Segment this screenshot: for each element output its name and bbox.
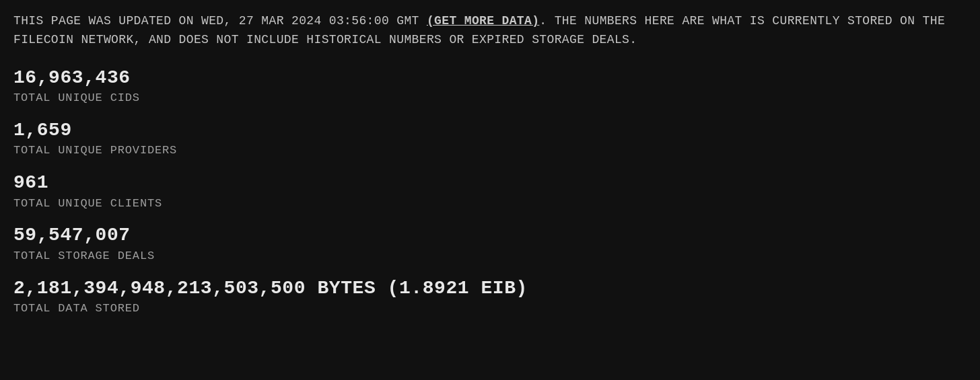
stat-label-3: TOTAL STORAGE DEALS [13,248,967,264]
get-more-data-link[interactable]: (GET MORE DATA) [427,14,539,28]
stat-value-4: 2,181,394,948,213,503,500 BYTES (1.8921 … [13,276,967,301]
stats-container: 16,963,436TOTAL UNIQUE CIDS1,659TOTAL UN… [13,66,967,329]
stat-block-4: 2,181,394,948,213,503,500 BYTES (1.8921 … [13,276,967,317]
stat-value-1: 1,659 [13,118,967,143]
stat-value-3: 59,547,007 [13,223,967,248]
stat-label-1: TOTAL UNIQUE PROVIDERS [13,143,967,159]
stat-label-4: TOTAL DATA STORED [13,301,967,317]
stat-value-0: 16,963,436 [13,66,967,90]
stat-block-2: 961TOTAL UNIQUE CLIENTS [13,171,967,211]
stat-label-0: TOTAL UNIQUE CIDS [13,90,967,106]
stat-block-3: 59,547,007TOTAL STORAGE DEALS [13,223,967,264]
stat-block-0: 16,963,436TOTAL UNIQUE CIDS [13,66,967,106]
stat-label-2: TOTAL UNIQUE CLIENTS [13,196,967,212]
header-text-before-link: THIS PAGE WAS UPDATED ON WED, 27 MAR 202… [13,14,427,28]
stat-value-2: 961 [13,171,967,195]
page-header: THIS PAGE WAS UPDATED ON WED, 27 MAR 202… [13,12,967,50]
stat-block-1: 1,659TOTAL UNIQUE PROVIDERS [13,118,967,159]
